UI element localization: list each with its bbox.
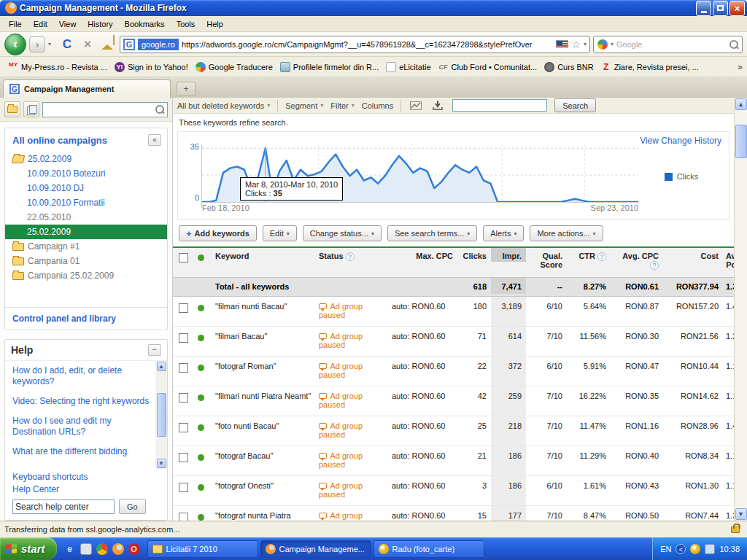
col-qual-score[interactable]: Qual. Score [526, 248, 567, 271]
bookmarks-overflow-icon[interactable]: » [738, 62, 743, 72]
row-checkbox[interactable] [179, 303, 188, 313]
bookmark-item[interactable]: Google Traducere [192, 60, 276, 74]
col-max-cpc[interactable]: Max. CPC [389, 248, 457, 262]
max-cpc-value[interactable]: auto: RON0.60 [389, 416, 457, 432]
help-go-button[interactable]: Go [119, 499, 146, 514]
keyword-text[interactable]: "filmari nunti Piatra Neamt" [212, 386, 316, 402]
folder-view-button[interactable] [4, 101, 20, 117]
url-bar[interactable]: G google.ro https://adwords.google.ro/cm… [120, 36, 590, 53]
bookmark-item[interactable]: Y! Sign in to Yahoo! [111, 60, 192, 74]
col-avg-cpc[interactable]: Avg. CPC? [611, 248, 663, 271]
max-cpc-value[interactable]: auto: RON0.60 [389, 297, 457, 312]
help-icon[interactable]: ? [597, 252, 606, 261]
select-all-checkbox[interactable] [179, 253, 188, 262]
col-keyword[interactable]: Keyword [212, 248, 316, 262]
campaign-tree-item[interactable]: Campania 01 [5, 254, 167, 268]
keyword-text[interactable]: "filmari Bacau" [212, 327, 316, 342]
all-online-campaigns-link[interactable]: All online campaigns [12, 135, 107, 146]
opera-icon[interactable]: O [128, 543, 140, 555]
max-cpc-value[interactable]: auto: RON0.60 [389, 327, 457, 342]
help-footer-link[interactable]: Keyboard shortcuts [12, 472, 160, 482]
row-checkbox[interactable] [179, 483, 188, 492]
scroll-up-icon[interactable]: ▲ [157, 362, 166, 371]
help-link[interactable]: How do I add, edit, or delete keywords? [12, 365, 152, 387]
menu-item[interactable]: Tools [171, 18, 201, 31]
scroll-down-icon[interactable]: ▼ [735, 508, 747, 520]
columns-button[interactable]: Columns [362, 101, 393, 110]
url-text[interactable]: https://adwords.google.ro/cm/CampaignMgm… [182, 40, 554, 49]
action-dropdown-button[interactable]: Edit ▾ [263, 225, 297, 241]
keyword-text[interactable]: "fotograf Onesti" [212, 476, 316, 491]
tab-campaign-management[interactable]: G Campaign Management [3, 79, 171, 98]
campaign-tree-item[interactable]: 22.05.2010 [5, 210, 167, 225]
view-filter-dropdown[interactable]: All but deleted keywords▾ [177, 101, 270, 110]
help-link[interactable]: Video: Selecting the right keywords [12, 396, 152, 407]
col-avg-pos[interactable]: Avg. Pos. [723, 248, 734, 271]
menu-item[interactable]: Edit [28, 18, 53, 31]
messenger-tray-icon[interactable] [690, 544, 700, 554]
row-checkbox[interactable] [179, 363, 188, 373]
keyword-status[interactable]: Ad group paused [316, 386, 389, 411]
keyword-text[interactable]: "fotograf Roman" [212, 357, 316, 372]
max-cpc-value[interactable]: auto: RON0.60 [389, 357, 457, 372]
bookmark-item[interactable]: MY My-Press.ro - Revista ... [4, 60, 111, 74]
keyword-status[interactable]: Ad group paused [316, 357, 389, 381]
search-engine-box[interactable]: ▾ Google [593, 36, 743, 53]
scroll-up-icon[interactable]: ▲ [735, 98, 747, 110]
view-change-history-link[interactable]: View Change History [640, 136, 721, 146]
menu-item[interactable]: History [82, 18, 118, 31]
control-panel-library-link[interactable]: Control panel and library [5, 307, 167, 330]
help-search-input[interactable] [12, 499, 115, 514]
action-dropdown-button[interactable]: Change status... ▾ [303, 225, 382, 241]
language-bar-icon[interactable]: < [676, 544, 686, 554]
keyword-status[interactable]: Ad group paused [316, 327, 389, 351]
campaign-tree-item[interactable]: 10.09.2010 DJ [5, 181, 167, 195]
bookmark-item[interactable]: CF Club Ford • Comunitat... [435, 60, 541, 74]
campaign-tree-item[interactable]: Campania 25.02.2009 [5, 268, 167, 283]
campaign-search-input[interactable] [42, 102, 168, 117]
keyword-status[interactable]: Ad group paused [316, 506, 389, 521]
taskbar-task-button[interactable]: Licitatii 7 2010 [147, 540, 258, 558]
filter-dropdown[interactable]: Filter▾ [330, 101, 354, 110]
search-button[interactable]: Search [554, 98, 596, 112]
row-checkbox[interactable] [179, 393, 188, 402]
add-keywords-button[interactable]: + Add keywords [179, 225, 257, 241]
segment-dropdown[interactable]: Segment▾ [285, 101, 323, 110]
menu-item[interactable]: Help [201, 18, 229, 31]
campaign-tree-item[interactable]: 10.09.2010 Botezuri [5, 166, 167, 181]
back-button[interactable]: ‹ [4, 34, 26, 55]
internet-explorer-icon[interactable]: e [64, 543, 76, 555]
col-ctr[interactable]: CTR? [567, 248, 611, 262]
scroll-down-icon[interactable]: ▼ [157, 459, 166, 468]
taskbar-task-button[interactable]: Radu (foto_carte) [374, 540, 484, 558]
scroll-thumb[interactable] [157, 393, 166, 437]
bookmark-item[interactable]: eLicitatie [382, 60, 434, 74]
menu-item[interactable]: File [3, 18, 28, 31]
campaign-tree-item[interactable]: 10.09.2010 Formatii [5, 195, 167, 210]
help-scrollbar[interactable]: ▲ ▼ [155, 361, 167, 469]
firefox-icon[interactable] [112, 543, 124, 555]
forward-button[interactable]: › [29, 36, 45, 52]
notes-app-icon[interactable] [80, 543, 92, 555]
max-cpc-value[interactable]: auto: RON0.60 [389, 506, 457, 521]
action-dropdown-button[interactable]: See search terms... ▾ [387, 225, 477, 241]
row-checkbox[interactable] [179, 423, 188, 432]
chrome-icon[interactable] [96, 543, 108, 555]
menu-item[interactable]: Bookmarks [119, 18, 171, 31]
bookmark-item[interactable]: Profilele firmelor din R... [276, 60, 382, 74]
list-view-button[interactable] [23, 101, 39, 117]
row-checkbox[interactable] [179, 513, 188, 521]
keyword-status[interactable]: Ad group paused [316, 446, 389, 470]
keyword-status[interactable]: Ad group paused [316, 476, 389, 500]
page-scrollbar[interactable]: ▲ ▼ [734, 98, 747, 521]
minimize-button[interactable] [696, 1, 711, 16]
col-status[interactable]: Status? [316, 248, 389, 262]
language-indicator[interactable]: EN [660, 545, 671, 553]
restore-button[interactable] [713, 1, 728, 16]
row-checkbox[interactable] [179, 453, 188, 462]
keyword-text[interactable]: "fotograf nunta Piatra Neamt" [212, 506, 316, 521]
bookmark-item[interactable]: Z Ziare, Revista presei, ... [597, 60, 703, 74]
start-button[interactable]: start [0, 537, 57, 560]
col-clicks[interactable]: Clicks [457, 248, 491, 262]
new-tab-button[interactable]: + [177, 82, 196, 96]
